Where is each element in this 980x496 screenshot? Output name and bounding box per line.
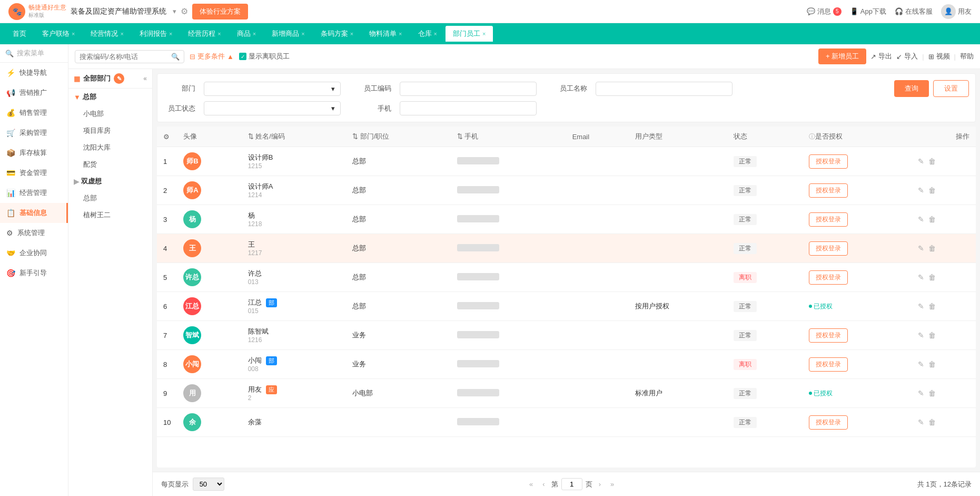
tab-profit[interactable]: 利润报告 × — [132, 26, 180, 42]
edit-icon[interactable]: ✎ — [918, 360, 924, 368]
show-resign-checkbox[interactable]: ✓ — [239, 53, 246, 60]
more-filters-btn[interactable]: ⊟ 更多条件 ▲ — [190, 52, 234, 61]
auth-button[interactable]: 授权登录 — [809, 415, 848, 430]
employee-name-input[interactable] — [596, 82, 732, 96]
delete-icon[interactable]: 🗑 — [928, 157, 936, 166]
add-employee-button[interactable]: + 新增员工 — [818, 48, 866, 64]
export-button[interactable]: ↗ 导出 — [870, 52, 892, 61]
sidebar-item-bizmanage[interactable]: 📊 经营管理 — [0, 183, 68, 203]
tab-customer[interactable]: 客户联络 × — [35, 26, 82, 42]
edit-icon[interactable]: ✎ — [918, 157, 924, 166]
show-resign-toggle[interactable]: ✓ 显示离职员工 — [239, 52, 290, 61]
app-download-action[interactable]: 📱 App下载 — [850, 7, 886, 16]
tab-add-product-close[interactable]: × — [301, 31, 304, 37]
tab-history[interactable]: 经营历程 × — [181, 26, 228, 42]
auth-button[interactable]: 授权登录 — [809, 328, 848, 343]
search-box[interactable]: 🔍 — [75, 50, 184, 63]
tab-product[interactable]: 商品 × — [230, 26, 263, 42]
trial-button[interactable]: 体验行业方案 — [192, 4, 248, 20]
message-action[interactable]: 💬 消息 5 — [807, 7, 842, 16]
query-button[interactable]: 查询 — [894, 80, 929, 97]
current-page-input[interactable] — [561, 478, 582, 490]
tab-home[interactable]: 首页 — [5, 26, 34, 42]
tab-employee-close[interactable]: × — [482, 31, 486, 37]
auth-button[interactable]: 授权登录 — [809, 270, 848, 285]
edit-icon[interactable]: ✎ — [918, 186, 924, 194]
sidebar-item-guide[interactable]: 🎯 新手引导 — [0, 263, 68, 283]
tab-operation-close[interactable]: × — [120, 31, 123, 37]
last-page-btn[interactable]: » — [607, 479, 617, 489]
tab-add-product[interactable]: 新增商品 × — [264, 26, 312, 42]
online-service-action[interactable]: 🎧 在线客服 — [895, 7, 933, 16]
tab-history-close[interactable]: × — [217, 31, 221, 37]
import-button[interactable]: ↙ 导入 — [896, 52, 918, 61]
search-input[interactable] — [80, 53, 168, 61]
delete-icon[interactable]: 🗑 — [928, 331, 936, 339]
sidebar-search[interactable]: 🔍 搜索菜单 — [0, 44, 68, 63]
sidebar-item-purchase[interactable]: 🛒 采购管理 — [0, 123, 68, 143]
delete-icon[interactable]: 🗑 — [928, 273, 936, 281]
help-button[interactable]: 帮助 — [960, 52, 974, 61]
user-action[interactable]: 👤 用友 — [941, 4, 972, 19]
authorized-info-icon[interactable]: ⓘ — [809, 133, 815, 140]
edit-icon[interactable]: ✎ — [918, 273, 924, 281]
auth-button[interactable]: 授权登录 — [809, 241, 848, 256]
tab-customer-close[interactable]: × — [72, 31, 75, 37]
auth-button[interactable]: 授权登录 — [809, 154, 848, 169]
gear-icon[interactable]: ⚙ — [181, 6, 188, 16]
tab-warehouse[interactable]: 仓库 × — [411, 26, 444, 42]
tab-employee[interactable]: 部门员工 × — [446, 26, 493, 42]
dept-child-xiangmukufang[interactable]: 项目库房 — [68, 122, 152, 139]
dept-parent-zongbu[interactable]: ▼ 总部 — [68, 89, 152, 105]
dept-parent-shuangxuxiang[interactable]: ▶ 双虚想 — [68, 173, 152, 190]
auth-button[interactable]: 授权登录 — [809, 183, 848, 198]
col-dept-pos[interactable]: ⇅ 部门/职位 — [346, 127, 450, 147]
status-filter-select[interactable]: ▾ — [204, 101, 341, 115]
sidebar-item-collab[interactable]: 🤝 企业协同 — [0, 243, 68, 263]
delete-icon[interactable]: 🗑 — [928, 389, 936, 397]
set-button[interactable]: 设置 — [933, 80, 969, 97]
delete-icon[interactable]: 🗑 — [928, 186, 936, 194]
sidebar-item-basicinfo[interactable]: 📋 基础信息 — [0, 203, 68, 223]
edit-icon[interactable]: ✎ — [918, 389, 924, 397]
dept-child-zongbu[interactable]: 总部 — [68, 190, 152, 207]
delete-icon[interactable]: 🗑 — [928, 244, 936, 252]
edit-icon[interactable]: ✎ — [918, 244, 924, 252]
tab-barcode[interactable]: 条码方案 × — [313, 26, 361, 42]
tab-bom[interactable]: 物料清单 × — [362, 26, 409, 42]
dept-child-zhishu[interactable]: 植树王二 — [68, 207, 152, 223]
view-button[interactable]: ⊞ 视频 — [928, 52, 950, 61]
sidebar-item-finance[interactable]: 💳 资金管理 — [0, 163, 68, 183]
sidebar-item-sales[interactable]: 💰 销售管理 — [0, 103, 68, 123]
dept-filter-select[interactable]: ▾ — [204, 82, 341, 96]
dept-edit-button[interactable]: ✎ — [114, 73, 124, 84]
next-page-btn[interactable]: › — [596, 479, 604, 489]
sidebar-item-inventory[interactable]: 📦 库存核算 — [0, 143, 68, 163]
edit-icon[interactable]: ✎ — [918, 331, 924, 339]
system-title-dropdown-icon[interactable]: ▾ — [173, 7, 176, 15]
first-page-btn[interactable]: « — [526, 479, 536, 489]
edit-icon[interactable]: ✎ — [918, 215, 924, 223]
tab-warehouse-close[interactable]: × — [434, 31, 437, 37]
auth-button[interactable]: 授权登录 — [809, 357, 848, 372]
col-settings[interactable]: ⚙ — [157, 127, 177, 147]
edit-icon[interactable]: ✎ — [918, 418, 924, 426]
dept-child-peihuo[interactable]: 配货 — [68, 156, 152, 173]
prev-page-btn[interactable]: ‹ — [539, 479, 548, 489]
delete-icon[interactable]: 🗑 — [928, 418, 936, 426]
edit-icon[interactable]: ✎ — [918, 302, 924, 310]
dept-child-xiaodibu[interactable]: 小电部 — [68, 105, 152, 122]
delete-icon[interactable]: 🗑 — [928, 215, 936, 223]
sidebar-item-quicknav[interactable]: ⚡ 快捷导航 — [0, 63, 68, 83]
delete-icon[interactable]: 🗑 — [928, 302, 936, 310]
col-name-code[interactable]: ⇅ 姓名/编码 — [242, 127, 346, 147]
sidebar-item-sysmanage[interactable]: ⚙ 系统管理 — [0, 223, 68, 243]
tab-operation[interactable]: 经营情况 × — [83, 26, 131, 42]
tab-barcode-close[interactable]: × — [350, 31, 353, 37]
page-size-select[interactable]: 50 100 — [193, 478, 224, 491]
tab-product-close[interactable]: × — [253, 31, 256, 37]
dept-collapse-button[interactable]: « — [143, 75, 147, 82]
phone-filter-input[interactable] — [400, 101, 537, 115]
auth-button[interactable]: 授权登录 — [809, 212, 848, 227]
delete-icon[interactable]: 🗑 — [928, 360, 936, 368]
